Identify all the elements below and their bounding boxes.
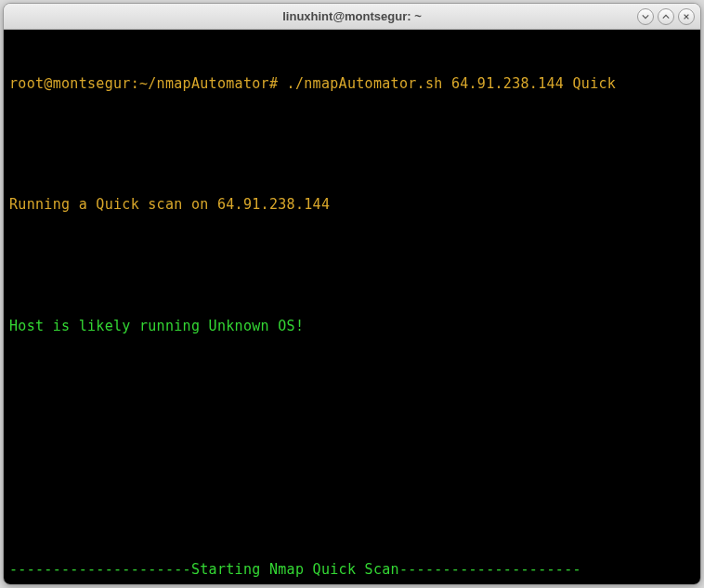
terminal-line-divider: ---------------------Starting Nmap Quick… [9, 560, 695, 581]
blank-line [9, 135, 695, 155]
terminal-line-prompt: root@montsegur:~/nmapAutomator# ./nmapAu… [9, 74, 695, 95]
window-controls [637, 8, 695, 25]
titlebar[interactable]: linuxhint@montsegur: ~ [4, 4, 700, 30]
chevron-up-icon [662, 13, 670, 20]
blank-line [9, 256, 695, 277]
close-button[interactable] [678, 8, 695, 25]
close-icon [683, 13, 690, 20]
terminal-line-host: Host is likely running Unknown OS! [9, 317, 695, 337]
blank-line [9, 377, 695, 398]
terminal-window: linuxhint@montsegur: ~ root@montsegur:~/… [3, 3, 701, 585]
chevron-down-icon [642, 13, 649, 20]
command-text: ./nmapAutomator.sh 64.91.238.144 Quick [287, 75, 617, 92]
blank-line [9, 499, 695, 519]
window-title: linuxhint@montsegur: ~ [282, 9, 422, 23]
blank-line [9, 438, 695, 459]
terminal-line-running: Running a Quick scan on 64.91.238.144 [9, 195, 695, 216]
terminal-viewport[interactable]: root@montsegur:~/nmapAutomator# ./nmapAu… [4, 30, 700, 584]
minimize-button[interactable] [637, 8, 654, 25]
maximize-button[interactable] [658, 8, 674, 25]
prompt-text: root@montsegur:~/nmapAutomator# [9, 75, 287, 92]
